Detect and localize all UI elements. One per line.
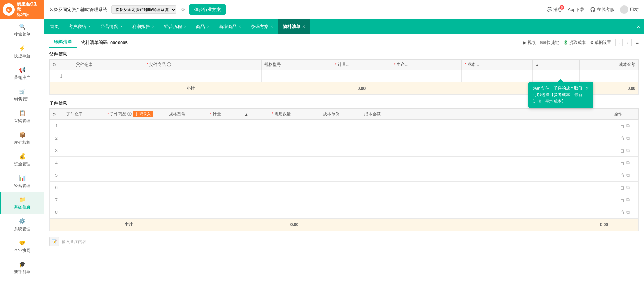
close-profit-tab[interactable]: × [152,24,154,29]
child-row-5-warehouse[interactable] [63,169,104,182]
child-row-8-goods[interactable] [104,206,166,219]
close-bom-tab[interactable]: × [302,24,305,29]
next-arrow[interactable]: › [624,39,632,46]
sidebar-item-marketing[interactable]: 📢 营销推广 [0,62,44,84]
scan-button[interactable]: 扫码录入 [133,111,153,117]
close-history-tab[interactable]: × [184,24,186,29]
child-row-4-warehouse[interactable] [63,157,104,169]
delete-icon-row-3[interactable]: 🗑 [620,148,625,153]
child-row-4-unit[interactable] [207,157,242,169]
tab-bom[interactable]: 物料清单 × [278,19,310,34]
sidebar-item-guide[interactable]: 🎓 新手引导 [0,257,44,279]
child-row-2-unit-cost[interactable] [320,132,361,144]
trial-button[interactable]: 体验行业方案 [189,4,226,15]
gear-icon[interactable]: ⚙ [181,6,185,13]
copy-icon-row-1[interactable]: ⧉ [626,123,630,129]
user-menu[interactable]: 用友 [620,5,639,14]
tab-history[interactable]: 经营历程 × [159,19,191,34]
child-row-2-quantity[interactable] [269,132,320,144]
sidebar-item-cooperation[interactable]: 🤝 企业协同 [0,235,44,257]
child-row-5-quantity[interactable] [269,169,320,182]
child-row-3-unit[interactable] [207,144,242,157]
child-col-gear[interactable]: ⚙ [50,109,63,120]
child-row-4-goods[interactable] [104,157,166,169]
child-row-3-quantity[interactable] [269,144,320,157]
child-row-5-unit[interactable] [207,169,242,182]
tab-operations[interactable]: 经营情况 × [96,19,127,34]
online-service-link[interactable]: 🎧 在线客服 [590,7,615,13]
settings-action[interactable]: ⚙ 单据设置 [590,40,611,46]
delete-icon-row-8[interactable]: 🗑 [620,210,625,215]
parent-row-1-warehouse[interactable] [73,70,144,82]
grid-view-icon[interactable]: ≡ [636,40,639,45]
parent-col-gear[interactable]: ⚙ [50,60,73,70]
child-row-7-unit[interactable] [207,194,242,206]
child-row-8-unit-cost[interactable] [320,206,361,219]
sidebar-item-sales[interactable]: 🛒 销售管理 [0,84,44,106]
message-badge[interactable]: 💬 消息 6 [547,7,562,13]
child-row-1-warehouse[interactable] [63,120,104,132]
parent-row-1-production[interactable] [391,70,461,82]
child-row-7-warehouse[interactable] [63,194,104,206]
child-row-3-goods[interactable] [104,144,166,157]
close-barcode-tab[interactable]: × [271,24,273,29]
child-row-6-warehouse[interactable] [63,182,104,194]
child-row-2-goods[interactable] [104,132,166,144]
copy-icon-row-4[interactable]: ⧉ [626,160,630,166]
child-row-5-spec[interactable] [166,169,207,182]
close-goods-tab[interactable]: × [207,24,209,29]
parent-row-1-unit[interactable] [332,70,391,82]
delete-icon-row-5[interactable]: 🗑 [620,173,625,178]
child-row-4-spec[interactable] [166,157,207,169]
tab-new-goods[interactable]: 新增商品 × [214,19,246,34]
copy-icon-row-6[interactable]: ⧉ [626,185,630,190]
parent-row-1-goods[interactable] [144,70,262,82]
child-row-3-unit-cost[interactable] [320,144,361,157]
child-row-6-unit-cost[interactable] [320,182,361,194]
child-row-2-warehouse[interactable] [63,132,104,144]
child-row-7-quantity[interactable] [269,194,320,206]
child-row-7-unit-cost[interactable] [320,194,361,206]
parent-row-1-cost[interactable] [462,70,532,82]
copy-icon-row-2[interactable]: ⧉ [626,135,630,141]
child-row-7-spec[interactable] [166,194,207,206]
child-row-8-spec[interactable] [166,206,207,219]
delete-icon-row-7[interactable]: 🗑 [620,197,625,203]
sidebar-item-system[interactable]: ⚙️ 系统管理 [0,214,44,235]
child-row-7-goods[interactable] [104,194,166,206]
tab-customers[interactable]: 客户联络 × [64,19,96,34]
sidebar-item-search[interactable]: 🔍 搜索菜单 [0,19,44,41]
sidebar-item-purchase[interactable]: 📋 采购管理 [0,106,44,127]
delete-icon-row-1[interactable]: 🗑 [620,123,625,129]
child-row-6-spec[interactable] [166,182,207,194]
child-row-1-spec[interactable] [166,120,207,132]
video-action[interactable]: ▶ 视频 [523,40,536,46]
close-new-goods-tab[interactable]: × [239,24,241,29]
child-row-1-goods[interactable] [104,120,166,132]
copy-icon-row-5[interactable]: ⧉ [626,172,630,178]
child-row-1-quantity[interactable] [269,120,320,132]
prev-arrow[interactable]: ‹ [615,39,623,46]
delete-icon-row-2[interactable]: 🗑 [620,136,625,141]
tab-goods[interactable]: 商品 × [191,19,214,34]
cost-action[interactable]: 💲 提取成本 [563,40,586,46]
sidebar-item-operations[interactable]: 📊 经营管理 [0,171,44,192]
child-row-6-unit[interactable] [207,182,242,194]
child-row-1-unit[interactable] [207,120,242,132]
child-row-2-spec[interactable] [166,132,207,144]
sidebar-item-inventory[interactable]: 📦 库存核算 [0,127,44,149]
child-row-5-unit-cost[interactable] [320,169,361,182]
child-row-8-quantity[interactable] [269,206,320,219]
app-download-link[interactable]: App下载 [568,7,584,13]
child-row-6-goods[interactable] [104,182,166,194]
child-row-8-warehouse[interactable] [63,206,104,219]
parent-row-1-spec[interactable] [261,70,332,82]
child-row-6-quantity[interactable] [269,182,320,194]
child-row-4-quantity[interactable] [269,157,320,169]
close-operations-tab[interactable]: × [120,24,123,29]
child-row-2-unit[interactable] [207,132,242,144]
note-icon[interactable]: 📝 [49,237,59,246]
sidebar-item-basic-info[interactable]: 📁 基础信息 [0,192,44,214]
child-row-3-warehouse[interactable] [63,144,104,157]
sidebar-item-quick-nav[interactable]: ⚡ 快捷导航 [0,41,44,62]
